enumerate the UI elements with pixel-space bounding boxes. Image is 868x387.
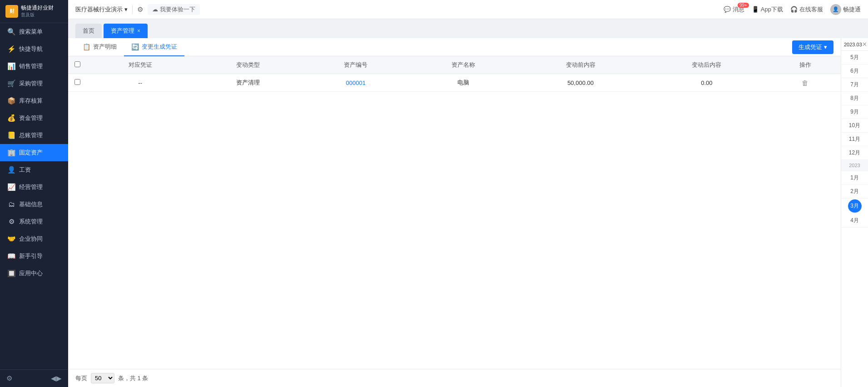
fixed-assets-icon: 🏢 xyxy=(7,149,15,157)
tab-change-voucher[interactable]: 🔄 变更生成凭证 xyxy=(124,38,184,56)
tab-asset-detail-label: 资产明细 xyxy=(93,43,117,51)
tab-close-icon[interactable]: × xyxy=(137,28,140,34)
sidebar-item-cooperation[interactable]: 🤝企业协同 xyxy=(0,230,68,248)
sidebar-item-guide[interactable]: 📖新手引导 xyxy=(0,248,68,265)
sidebar-item-sales[interactable]: 📊销售管理 xyxy=(0,58,68,75)
month-item[interactable]: 11月 xyxy=(841,133,868,146)
col-action: 操作 xyxy=(770,56,841,74)
month-item[interactable]: 8月 xyxy=(841,92,868,105)
sidebar-bottom: ⚙ ◀▶ xyxy=(0,369,68,387)
month-item[interactable]: 7月 xyxy=(841,78,868,92)
data-table-wrap: 对应凭证 变动类型 资产编号 资产名称 变动前内容 变动后内容 操作 xyxy=(68,56,841,369)
message-badge: 99+ xyxy=(738,3,749,8)
company-name: 医疗器械行业演示 xyxy=(75,5,123,14)
online-service-label: 在线客服 xyxy=(799,5,823,14)
operations-icon: 📈 xyxy=(7,183,15,191)
col-after: 变动后内容 xyxy=(644,56,770,74)
sidebar-item-quick-nav[interactable]: ⚡快捷导航 xyxy=(0,40,68,58)
sidebar-label-search: 搜索菜单 xyxy=(19,28,43,36)
sidebar-item-salary[interactable]: 👤工资 xyxy=(0,161,68,179)
row-asset-no-0: 000001 xyxy=(302,74,410,92)
table-row: -- 资产清理 000001 电脑 50,000.00 0.00 🗑 xyxy=(68,74,841,92)
select-all-checkbox[interactable] xyxy=(74,61,80,67)
company-selector[interactable]: 医疗器械行业演示 ▾ xyxy=(75,5,128,14)
generate-label: 生成凭证 xyxy=(799,43,822,51)
sidebar-item-search[interactable]: 🔍搜索菜单 xyxy=(0,23,68,40)
avatar: 👤 xyxy=(830,4,841,15)
tab-asset-detail[interactable]: 📋 资产明细 xyxy=(75,38,124,56)
month-item[interactable]: 10月 xyxy=(841,119,868,133)
chevron-down-icon: ▾ xyxy=(824,44,827,50)
logo-text-block: 畅捷通好业财 普及版 xyxy=(21,5,54,18)
username-label: 畅捷通 xyxy=(843,5,861,14)
sidebar-menu: 🔍搜索菜单⚡快捷导航📊销售管理🛒采购管理📦库存核算💰资金管理📒总账管理🏢固定资产… xyxy=(0,23,68,369)
per-page-select[interactable]: 50 10 20 100 xyxy=(91,373,114,383)
phone-icon: 📱 xyxy=(752,6,759,13)
month-item[interactable]: 2月 xyxy=(841,185,868,198)
sidebar-item-system[interactable]: ⚙系统管理 xyxy=(0,213,68,230)
sidebar-label-basics: 基础信息 xyxy=(19,200,43,208)
sidebar-item-fixed-assets[interactable]: 🏢固定资产 xyxy=(0,144,68,161)
purchase-icon: 🛒 xyxy=(7,79,15,88)
month-item[interactable]: 4月 xyxy=(841,214,868,228)
online-service-button[interactable]: 🎧 在线客服 xyxy=(790,5,823,14)
logo-subtitle: 普及版 xyxy=(21,12,54,18)
basics-icon: 🗂 xyxy=(7,200,15,208)
table-header-row: 对应凭证 变动类型 资产编号 资产名称 变动前内容 变动后内容 操作 xyxy=(68,56,841,74)
month-item[interactable]: 5月 xyxy=(841,51,868,64)
sidebar-item-operations[interactable]: 📈经营管理 xyxy=(0,179,68,196)
collapse-icon[interactable]: ◀▶ xyxy=(51,374,62,382)
row-before-0: 50,000.00 xyxy=(517,74,644,92)
month-item[interactable]: 6月 xyxy=(841,64,868,78)
per-page-label: 每页 xyxy=(75,374,87,382)
logo-title: 畅捷通好业财 xyxy=(21,5,54,12)
tab-change-voucher-label: 变更生成凭证 xyxy=(142,43,177,51)
refresh-icon: 🔄 xyxy=(131,43,139,50)
generate-voucher-button[interactable]: 生成凭证 ▾ xyxy=(792,40,833,54)
month-item[interactable]: 12月 xyxy=(841,146,868,160)
col-change-type: 变动类型 xyxy=(194,56,302,74)
col-voucher: 对应凭证 xyxy=(86,56,194,74)
sidebar-item-inventory[interactable]: 📦库存核算 xyxy=(0,92,68,109)
sidebar-item-ledger[interactable]: 📒总账管理 xyxy=(0,127,68,144)
system-icon: ⚙ xyxy=(7,218,15,226)
content-panel: 📋 资产明细 🔄 变更生成凭证 生成凭证 ▾ xyxy=(68,38,841,387)
sidebar-label-system: 系统管理 xyxy=(19,218,43,226)
row-asset-name-0: 电脑 xyxy=(410,74,517,92)
active-month[interactable]: 3月 xyxy=(848,199,862,213)
month-item[interactable]: 1月 xyxy=(841,171,868,185)
user-menu[interactable]: 👤 畅捷通 xyxy=(830,4,861,15)
row-checkbox-0[interactable] xyxy=(74,79,80,85)
sidebar-item-purchase[interactable]: 🛒采购管理 xyxy=(0,75,68,92)
col-asset-no: 资产编号 xyxy=(302,56,410,74)
experience-label: 我要体验一下 xyxy=(160,5,195,14)
topbar: 医疗器械行业演示 ▾ ⚙ ☁ 我要体验一下 💬 消息 99+ 📱 App下载 🎧… xyxy=(68,0,868,19)
funds-icon: 💰 xyxy=(7,114,15,122)
quick-nav-icon: ⚡ xyxy=(7,45,15,53)
month-item[interactable]: 9月 xyxy=(841,105,868,119)
tab-home-label: 首页 xyxy=(83,27,94,34)
settings-icon[interactable]: ⚙ xyxy=(6,374,12,382)
sidebar-label-fixed-assets: 固定资产 xyxy=(19,149,43,157)
row-after-0: 0.00 xyxy=(644,74,770,92)
row-change-type-0: 资产清理 xyxy=(194,74,302,92)
logo-icon: 财 xyxy=(5,5,18,18)
delete-button-0[interactable]: 🗑 xyxy=(802,79,808,87)
tab-home[interactable]: 首页 xyxy=(75,24,102,38)
sidebar-label-operations: 经营管理 xyxy=(19,183,43,191)
tab-asset-mgmt[interactable]: 资产管理 × xyxy=(104,24,148,38)
total-label: 条，共 1 条 xyxy=(118,374,148,382)
sidebar-item-apps[interactable]: 🔲应用中心 xyxy=(0,265,68,282)
messages-button[interactable]: 💬 消息 99+ xyxy=(724,5,744,14)
inner-tabs: 📋 资产明细 🔄 变更生成凭证 生成凭证 ▾ xyxy=(68,38,841,56)
sidebar-item-funds[interactable]: 💰资金管理 xyxy=(0,109,68,127)
ledger-icon: 📒 xyxy=(7,131,15,139)
settings-button[interactable]: ⚙ xyxy=(137,5,143,14)
row-voucher-0: -- xyxy=(86,74,194,92)
sidebar-item-basics[interactable]: 🗂基础信息 xyxy=(0,196,68,213)
date-panel: 2023.03 ✕ ⤢ 5月6月7月8月9月10月11月12月20231月2月3… xyxy=(841,38,868,387)
close-panel-button[interactable]: ✕ xyxy=(862,41,867,48)
sidebar-logo: 财 畅捷通好业财 普及版 xyxy=(0,0,68,23)
app-download-button[interactable]: 📱 App下载 xyxy=(752,5,783,14)
experience-button[interactable]: ☁ 我要体验一下 xyxy=(148,4,200,15)
